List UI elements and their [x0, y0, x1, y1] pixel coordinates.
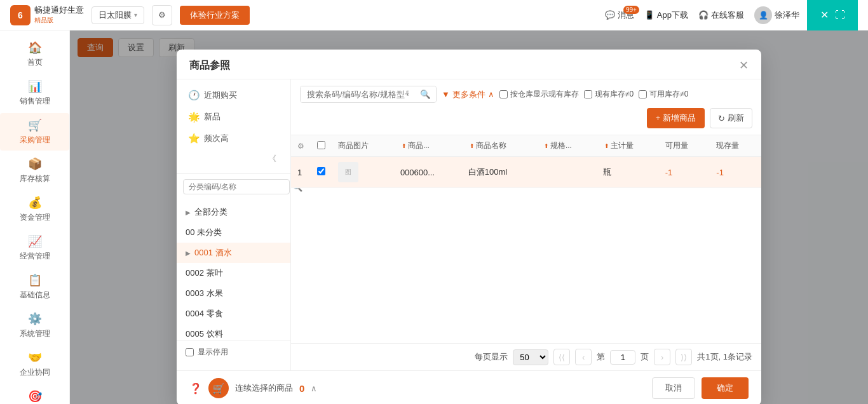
- recent-purchase-btn[interactable]: 🕐 近期购买: [183, 86, 284, 105]
- table-header-row: ⚙ 商品图片: [291, 135, 761, 157]
- online-support-nav-item[interactable]: 🎧 在线客服: [698, 10, 744, 21]
- nav-right: 💬 消息 99+ 📱 App下载 🎧 在线客服 👤 徐泽华: [605, 6, 799, 24]
- category-all[interactable]: ▶ 全部分类: [177, 202, 290, 222]
- table-settings-icon[interactable]: ⚙: [297, 142, 304, 151]
- modal-header: 商品参照 ✕: [177, 50, 761, 79]
- category-0001[interactable]: ▶ 0001 酒水: [177, 243, 290, 263]
- high-frequency-btn[interactable]: ⭐ 频次高: [183, 129, 284, 148]
- teal-bar: ✕ ⛶: [807, 0, 858, 30]
- show-disabled-checkbox[interactable]: [186, 348, 194, 356]
- th-product-code: ⬆ 商品...: [394, 135, 462, 157]
- sidebar-item-sales[interactable]: 📊 销售管理: [0, 74, 69, 112]
- select-all-checkbox[interactable]: [317, 141, 325, 149]
- modal-left-panel: 🕐 近期购买 🌟 新品 ⭐ 频次高: [177, 79, 291, 370]
- new-product-btn[interactable]: 🌟 新品: [183, 107, 284, 126]
- modal-overlay: 商品参照 ✕ 🕐 近期购买 🌟: [70, 30, 868, 404]
- purchase-icon: 🛒: [28, 118, 42, 132]
- logo-area: 6 畅捷通好生意 精品版: [10, 5, 84, 25]
- table-row[interactable]: 1 图 000600... 白酒100ml: [291, 157, 761, 188]
- clock-icon: 🕐: [188, 90, 200, 101]
- inventory-icon: 📦: [28, 157, 42, 171]
- row-unit: 瓶: [597, 157, 659, 188]
- store-selector[interactable]: 日太阳膜 ▾: [92, 6, 144, 24]
- category-search-row: 🔍: [177, 174, 290, 199]
- logo-icon: 6: [10, 5, 31, 25]
- page-number-input[interactable]: [610, 350, 635, 365]
- chevron-right-icon: ▶: [186, 209, 191, 216]
- category-0004[interactable]: 0004 零食: [177, 304, 290, 324]
- th-stock: 现存量: [710, 135, 761, 157]
- first-page-button[interactable]: ⟨⟨: [553, 349, 570, 365]
- product-search-input[interactable]: [301, 86, 415, 102]
- guide-icon: 🎯: [28, 389, 42, 403]
- avatar: 👤: [754, 6, 772, 24]
- refresh-icon: ↻: [718, 114, 725, 123]
- sort-icon-spec: ⬆: [544, 143, 549, 149]
- sidebar-item-operations[interactable]: 📈 经营管理: [0, 229, 69, 267]
- th-checkbox: [311, 135, 332, 157]
- page-size-select[interactable]: 50 20 100: [513, 349, 548, 365]
- category-0005[interactable]: 0005 饮料: [177, 324, 290, 340]
- sort-icon-name: ⬆: [470, 143, 475, 149]
- message-nav-item[interactable]: 💬 消息 99+: [605, 10, 634, 21]
- th-unit: ⬆ 主计量: [597, 135, 659, 157]
- row-stock: -1: [710, 157, 761, 188]
- sidebar-item-inventory[interactable]: 📦 库存核算: [0, 152, 69, 189]
- th-product-img: 商品图片: [332, 135, 394, 157]
- add-product-button[interactable]: + 新增商品: [647, 108, 705, 128]
- refresh-button[interactable]: ↻ 刷新: [710, 108, 752, 128]
- sidebar-item-system[interactable]: ⚙️ 系统管理: [0, 307, 69, 344]
- cart-button[interactable]: 🛒: [208, 378, 229, 398]
- filter-icon: ▼: [442, 90, 450, 99]
- category-0003[interactable]: 0003 水果: [177, 283, 290, 304]
- sort-icon-unit: ⬆: [604, 143, 609, 149]
- sidebar-item-enterprise[interactable]: 🤝 企业协同: [0, 346, 69, 383]
- row-select-checkbox[interactable]: [317, 167, 325, 175]
- operations-icon: 📈: [28, 234, 42, 248]
- more-filters-button[interactable]: ▼ 更多条件 ∧: [442, 89, 494, 100]
- category-list: ▶ 全部分类 00 未分类 ▶ 0001 酒水 0002 茶: [177, 199, 290, 340]
- trial-button[interactable]: 体验行业方案: [180, 6, 250, 25]
- settings-button[interactable]: ⚙: [152, 5, 172, 25]
- cart-icon: 🛒: [212, 382, 225, 394]
- sidebar-item-guide[interactable]: 🎯 新手引导: [0, 384, 69, 404]
- warehouse-filter-checkbox[interactable]: 按仓库显示现有库存: [499, 89, 579, 100]
- modal-title: 商品参照: [189, 59, 230, 72]
- sales-icon: 📊: [28, 79, 42, 93]
- category-0002[interactable]: 0002 茶叶: [177, 263, 290, 283]
- available-stock-checkbox[interactable]: 可用库存≠0: [639, 89, 688, 100]
- th-product-name: ⬆ 商品名称: [462, 135, 536, 157]
- sidebar-item-basic-info[interactable]: 📋 基础信息: [0, 268, 69, 306]
- collapse-footer-icon[interactable]: ∧: [311, 384, 317, 393]
- category-00[interactable]: 00 未分类: [177, 222, 290, 243]
- app-download-nav-item[interactable]: 📱 App下载: [644, 10, 688, 21]
- category-search-input[interactable]: [183, 179, 290, 194]
- row-seq: 1: [291, 157, 311, 188]
- sidebar-item-finance[interactable]: 💰 资金管理: [0, 191, 69, 228]
- modal-close-button[interactable]: ✕: [739, 58, 749, 72]
- close-icon[interactable]: ✕: [820, 9, 829, 21]
- last-page-button[interactable]: ⟩⟩: [675, 349, 692, 365]
- product-search-wrap: 🔍: [300, 86, 437, 103]
- user-profile[interactable]: 👤 徐泽华: [754, 6, 799, 24]
- modal-right-panel: 🔍 ▼ 更多条件 ∧ 按仓库显示现有库存: [291, 79, 761, 370]
- sort-icon: ⬆: [402, 143, 407, 149]
- collapse-button[interactable]: 《: [266, 151, 279, 167]
- chevron-right-icon-active: ▶: [186, 250, 191, 257]
- sidebar-item-home[interactable]: 🏠 首页: [0, 36, 69, 73]
- sidebar-item-purchase[interactable]: 🛒 采购管理: [0, 113, 69, 151]
- headset-icon: 🎧: [698, 10, 709, 20]
- footer-actions: 取消 确定: [652, 377, 749, 399]
- confirm-button[interactable]: 确定: [702, 377, 749, 399]
- prev-page-button[interactable]: ‹: [575, 349, 592, 365]
- row-available: -1: [659, 157, 710, 188]
- cancel-button[interactable]: 取消: [652, 377, 695, 399]
- product-image: 图: [338, 162, 358, 182]
- help-icon[interactable]: ❓: [189, 382, 202, 394]
- main-content: 查询 设置 刷新 商品参照 ✕ 🕐: [70, 30, 868, 404]
- product-search-button[interactable]: 🔍: [415, 86, 436, 102]
- current-stock-checkbox[interactable]: 现有库存≠0: [584, 89, 634, 100]
- next-page-button[interactable]: ›: [654, 349, 670, 365]
- expand-icon[interactable]: ⛶: [835, 10, 845, 21]
- row-image: 图: [332, 157, 394, 188]
